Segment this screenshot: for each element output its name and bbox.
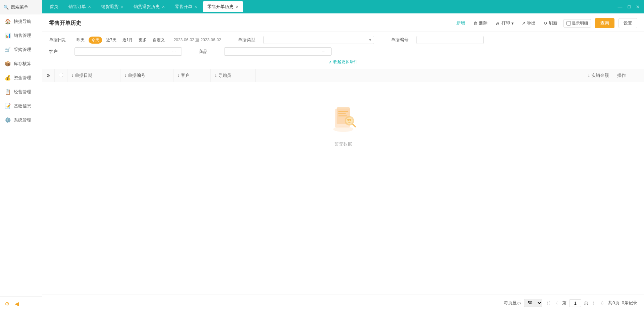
svg-line-8	[353, 124, 355, 127]
tab-close-sales-return-history[interactable]: ✕	[162, 5, 165, 9]
tab-close-retail-open[interactable]: ✕	[194, 5, 197, 9]
sidebar-search[interactable]: 🔍 搜索菜单	[0, 0, 42, 14]
date-btn-yesterday[interactable]: 昨天	[75, 37, 87, 44]
doc-type-select[interactable]: ▾	[263, 36, 374, 44]
tab-close-retail-history[interactable]: ✕	[236, 5, 239, 9]
th-customer[interactable]: ↕ 客户	[173, 69, 210, 82]
nav-label-finance: 资金管理	[14, 75, 31, 81]
date-btn-last1m[interactable]: 近1月	[120, 37, 135, 44]
minimize-button[interactable]: —	[616, 3, 624, 10]
th-date[interactable]: ↕ 单据日期	[67, 69, 120, 82]
tab-close-sales-return[interactable]: ✕	[120, 5, 123, 9]
nav-icon-sales-mgmt: 📊	[5, 33, 11, 39]
delete-icon: 🗑	[473, 21, 478, 26]
sidebar-item-sys-mgmt[interactable]: ⚙️系统管理	[0, 113, 42, 127]
doc-no-label: 单据编号	[391, 37, 410, 43]
next-icon[interactable]: ⟩	[591, 300, 596, 306]
add-button[interactable]: + 新增	[451, 19, 467, 28]
th-no[interactable]: ↕ 单据编号	[120, 69, 173, 82]
next-last-icon[interactable]: ⟩⟩	[599, 300, 605, 306]
toolbar: + 新增 🗑 删除 🖨 打印 ▾ ↗ 导出 ↺ 刷新	[451, 18, 637, 28]
customer-input[interactable]	[78, 49, 172, 54]
th-salesperson[interactable]: ↕ 导购员	[210, 69, 255, 82]
nav-label-operations: 经营管理	[14, 89, 31, 95]
window-controls: — □ ✕	[616, 3, 641, 10]
date-btn-custom[interactable]: 自定义	[151, 37, 167, 44]
display-detail-button[interactable]: 显示明细	[563, 19, 591, 28]
refresh-button[interactable]: ↺ 刷新	[542, 19, 559, 28]
svg-point-10	[349, 119, 351, 121]
date-filter-label: 单据日期	[49, 37, 68, 43]
print-icon: 🖨	[496, 21, 500, 26]
goods-input[interactable]	[227, 49, 322, 54]
date-range-display: 2023-06-02 至 2023-06-02	[174, 37, 221, 43]
empty-text: 暂无数据	[335, 141, 352, 147]
collapse-sidebar-icon[interactable]: ◀	[15, 301, 19, 307]
svg-point-9	[347, 119, 349, 121]
goods-select-icon[interactable]: ···	[322, 49, 326, 54]
display-detail-checkbox[interactable]	[566, 21, 571, 25]
tab-close-sales-order[interactable]: ✕	[88, 5, 91, 9]
doc-no-input[interactable]	[419, 38, 481, 42]
query-button[interactable]: 查询	[595, 18, 614, 28]
sidebar-item-finance[interactable]: 💰资金管理	[0, 71, 42, 85]
sidebar-item-inventory[interactable]: 📦库存核算	[0, 57, 42, 71]
th-checkbox	[55, 69, 67, 82]
maximize-button[interactable]: □	[627, 3, 632, 10]
print-button[interactable]: 🖨 打印 ▾	[494, 19, 516, 28]
sidebar-bottom: ⚙ ◀	[0, 296, 42, 311]
tab-sales-order[interactable]: 销售订单✕	[64, 1, 96, 12]
gear-icon[interactable]: ⚙	[46, 73, 50, 78]
sidebar-item-basic-info[interactable]: 📝基础信息	[0, 99, 42, 113]
th-action: 操作	[613, 69, 644, 82]
settings-icon[interactable]: ⚙	[5, 301, 9, 307]
sidebar-item-purchase-mgmt[interactable]: 🛒采购管理	[0, 43, 42, 57]
nav-label-sales-mgmt: 销售管理	[14, 33, 31, 39]
export-icon: ↗	[522, 21, 526, 26]
svg-rect-5	[338, 115, 347, 116]
date-btn-today[interactable]: 今天	[89, 37, 102, 44]
close-button[interactable]: ✕	[635, 3, 641, 10]
data-table: ⚙ ↕ 单据日期 ↕ 单据编号 ↕ 客户	[42, 69, 644, 82]
export-button[interactable]: ↗ 导出	[520, 19, 538, 28]
sidebar-item-sales-mgmt[interactable]: 📊销售管理	[0, 29, 42, 43]
search-icon: 🔍	[3, 5, 9, 10]
svg-rect-3	[338, 111, 348, 112]
tab-sales-return-history[interactable]: 销货退货历史✕	[129, 1, 169, 12]
date-col-label: ↕ 单据日期	[71, 73, 92, 78]
tab-retail-open[interactable]: 零售开单✕	[170, 1, 202, 12]
amount-col-label: ↕ 实销金额	[588, 73, 608, 78]
pagination: 每页显示 50 10 20 100 ⟨⟨ ⟨ 第 1 页 ⟩ ⟩⟩ 共0页, 0…	[42, 295, 644, 311]
th-settings[interactable]: ⚙	[42, 69, 55, 82]
th-amount[interactable]: ↕ 实销金额	[560, 69, 613, 82]
customer-col-label: ↕ 客户	[178, 73, 190, 78]
customer-select-icon[interactable]: ···	[172, 49, 176, 54]
page-input[interactable]: 1	[569, 299, 581, 307]
goods-input-wrap: ···	[224, 47, 332, 56]
date-btn-last7[interactable]: 近7天	[104, 37, 118, 44]
delete-button[interactable]: 🗑 删除	[471, 19, 490, 28]
print-chevron-icon: ▾	[511, 21, 514, 26]
nav-icon-inventory: 📦	[5, 61, 11, 67]
prev-first-icon[interactable]: ⟨⟨	[545, 300, 552, 306]
nav-icon-quick-nav: 🏠	[5, 18, 11, 24]
page-title: 零售开单历史	[49, 20, 81, 27]
select-all-checkbox[interactable]	[59, 73, 63, 77]
tab-sales-return[interactable]: 销货退货✕	[96, 1, 128, 12]
collapse-filter-button[interactable]: ∧ 收起更多条件	[49, 59, 637, 65]
sidebar-item-quick-nav[interactable]: 🏠快捷导航	[0, 14, 42, 29]
date-btn-more[interactable]: 更多	[137, 37, 149, 44]
sidebar: 🔍 搜索菜单 🏠快捷导航📊销售管理🛒采购管理📦库存核算💰资金管理📋经营管理📝基础…	[0, 0, 42, 311]
prev-icon[interactable]: ⟨	[554, 300, 559, 306]
table-container: ⚙ ↕ 单据日期 ↕ 单据编号 ↕ 客户	[42, 69, 644, 295]
tab-retail-history[interactable]: 零售开单历史✕	[203, 1, 243, 12]
sidebar-search-label: 搜索菜单	[11, 4, 28, 10]
svg-point-7	[346, 117, 353, 124]
customer-input-wrap: ···	[75, 47, 182, 56]
sidebar-item-operations[interactable]: 📋经营管理	[0, 85, 42, 99]
settings-button[interactable]: 设置	[618, 18, 637, 28]
per-page-select[interactable]: 50 10 20 100	[524, 299, 542, 307]
tab-home[interactable]: 首页	[45, 1, 63, 12]
empty-state: 暂无数据	[42, 82, 644, 167]
nav-label-basic-info: 基础信息	[14, 103, 31, 109]
